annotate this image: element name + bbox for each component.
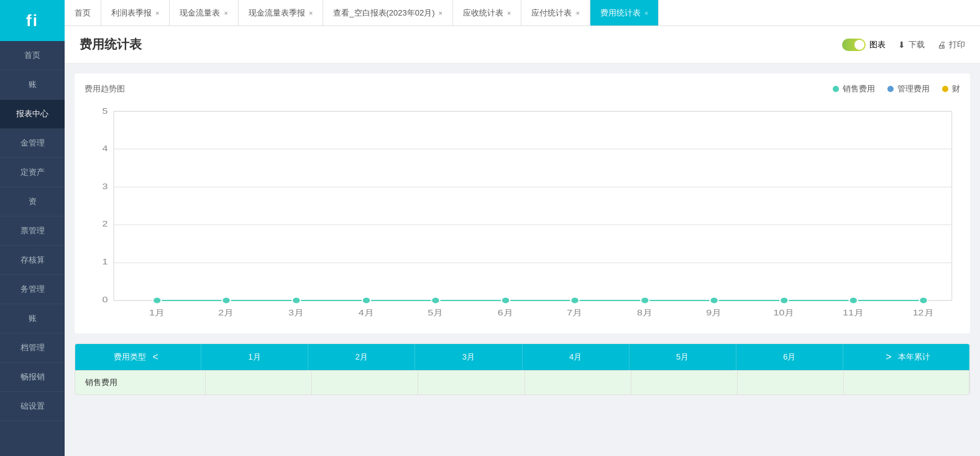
svg-text:10月: 10月 — [774, 309, 795, 317]
svg-text:9月: 9月 — [706, 309, 722, 317]
print-button[interactable]: 🖨 打印 — [937, 39, 965, 50]
main-area: 首页 利润表季报 × 现金流量表 × 现金流量表季报 × 查看_空白报表(202… — [65, 0, 980, 456]
tab-close-expense-stats[interactable]: × — [644, 9, 648, 17]
download-icon: ⬇ — [898, 40, 905, 50]
table-section: 费用类型 < 1月 2月 3月 4月 5月 — [75, 343, 970, 395]
td-sales-m3 — [418, 371, 524, 394]
td-sales-m6 — [738, 371, 844, 394]
th-month-3: 3月 — [415, 344, 522, 370]
page-content: 费用统计表 图表 ⬇ 下载 🖨 打印 — [65, 26, 980, 456]
chart-title: 费用趋势图 — [85, 83, 125, 95]
page-title: 费用统计表 — [80, 36, 142, 53]
legend-label-finance: 财 — [952, 83, 960, 95]
svg-point-25 — [153, 297, 161, 304]
chart-toggle-label: 图表 — [869, 39, 886, 50]
sidebar-item-assets[interactable]: 定资产 — [0, 158, 65, 187]
svg-point-26 — [222, 297, 230, 304]
svg-text:2: 2 — [103, 220, 108, 228]
tab-cashflow-quarterly[interactable]: 现金流量表季报 × — [239, 0, 323, 26]
sidebar-item-files[interactable]: 档管理 — [0, 333, 65, 363]
tab-bar: 首页 利润表季报 × 现金流量表 × 现金流量表季报 × 查看_空白报表(202… — [65, 0, 980, 26]
svg-point-28 — [362, 297, 370, 304]
th-month-2: 2月 — [308, 344, 415, 370]
svg-text:4: 4 — [103, 144, 108, 152]
tab-blank-report[interactable]: 查看_空白报表(2023年02月) × — [323, 0, 453, 26]
toggle-knob — [854, 40, 864, 50]
legend-label-admin: 管理费用 — [897, 83, 930, 95]
tab-expense-stats[interactable]: 费用统计表 × — [590, 0, 659, 26]
legend-dot-finance — [942, 86, 948, 92]
chart-header: 费用趋势图 销售费用 管理费用 财 — [85, 83, 960, 95]
svg-text:12月: 12月 — [913, 309, 935, 317]
svg-point-36 — [919, 297, 927, 304]
sidebar-item-settings[interactable]: 础设置 — [0, 392, 65, 421]
tab-cashflow[interactable]: 现金流量表 × — [170, 0, 238, 26]
sidebar-item-services[interactable]: 务管理 — [0, 275, 65, 304]
tab-receivable[interactable]: 应收统计表 × — [453, 0, 521, 26]
chart-toggle-wrap: 图表 — [842, 39, 886, 51]
sidebar-item-home[interactable]: 首页 — [0, 41, 65, 70]
legend-dot-admin — [887, 86, 894, 92]
td-sales-m2 — [312, 371, 418, 394]
tab-close-cashflow[interactable]: × — [224, 9, 227, 17]
download-button[interactable]: ⬇ 下载 — [898, 39, 925, 50]
legend-admin: 管理费用 — [887, 83, 930, 95]
legend-sales: 销售费用 — [833, 83, 875, 95]
svg-text:3: 3 — [103, 182, 108, 191]
sidebar-item-cash[interactable]: 金管理 — [0, 129, 65, 158]
svg-point-33 — [710, 297, 718, 304]
svg-text:11月: 11月 — [843, 309, 864, 317]
print-icon: 🖨 — [937, 40, 946, 50]
tab-close-blank-report[interactable]: × — [439, 9, 442, 17]
th-month-5: 5月 — [630, 344, 736, 370]
tab-close-profit-quarterly[interactable]: × — [155, 9, 159, 17]
th-type: 费用类型 < — [75, 344, 201, 370]
tab-profit-quarterly[interactable]: 利润表季报 × — [101, 0, 170, 26]
svg-point-35 — [849, 297, 858, 304]
th-month-1: 1月 — [201, 344, 308, 370]
th-accumulate: > 本年累计 — [843, 344, 969, 370]
sidebar-item-capital[interactable]: 资 — [0, 187, 65, 216]
tab-close-payable[interactable]: × — [575, 9, 579, 17]
page-header: 费用统计表 图表 ⬇ 下载 🖨 打印 — [65, 26, 980, 63]
sidebar-item-reports[interactable]: 报表中心 — [0, 100, 65, 129]
svg-text:5月: 5月 — [428, 309, 444, 317]
td-sales-m1 — [206, 371, 312, 394]
td-sales-m5 — [631, 371, 738, 394]
th-month-4: 4月 — [523, 344, 630, 370]
sidebar-item-expense[interactable]: 畅报销 — [0, 363, 65, 392]
tab-close-cashflow-quarterly[interactable]: × — [309, 9, 313, 17]
sidebar-logo: fi — [0, 0, 65, 41]
legend-label-sales: 销售费用 — [843, 83, 875, 95]
svg-text:7月: 7月 — [567, 309, 583, 317]
table-nav-next[interactable]: > — [882, 351, 895, 363]
svg-point-34 — [780, 297, 788, 304]
header-actions: 图表 ⬇ 下载 🖨 打印 — [842, 39, 965, 51]
sidebar-item-inventory[interactable]: 存核算 — [0, 246, 65, 275]
tab-close-receivable[interactable]: × — [507, 9, 511, 17]
svg-point-29 — [431, 297, 439, 304]
svg-text:5: 5 — [103, 107, 108, 116]
tab-home[interactable]: 首页 — [65, 0, 101, 26]
legend-finance: 财 — [942, 83, 960, 95]
table-header-row: 费用类型 < 1月 2月 3月 4月 5月 — [75, 344, 969, 370]
svg-point-31 — [570, 297, 579, 304]
tab-payable[interactable]: 应付统计表 × — [521, 0, 590, 26]
table-row-sales: 销售费用 — [75, 370, 969, 394]
td-sales-total — [844, 371, 969, 394]
sidebar-item-tickets[interactable]: 票管理 — [0, 216, 65, 246]
table-nav-prev[interactable]: < — [149, 351, 162, 363]
th-month-6: 6月 — [736, 344, 843, 370]
chart-section: 费用趋势图 销售费用 管理费用 财 — [75, 73, 970, 333]
svg-rect-12 — [114, 111, 952, 300]
chart-container: 0 1 2 3 4 5 1月 2月 — [85, 100, 960, 323]
svg-text:1: 1 — [103, 257, 108, 266]
chart-svg: 0 1 2 3 4 5 1月 2月 — [85, 100, 960, 323]
svg-text:4月: 4月 — [359, 309, 375, 317]
svg-text:6月: 6月 — [498, 309, 514, 317]
chart-toggle[interactable] — [842, 39, 866, 51]
sidebar-item-accounts[interactable]: 账 — [0, 304, 65, 333]
svg-point-32 — [641, 297, 649, 304]
sidebar-item-ledger[interactable]: 账 — [0, 70, 65, 100]
svg-text:1月: 1月 — [149, 309, 165, 317]
